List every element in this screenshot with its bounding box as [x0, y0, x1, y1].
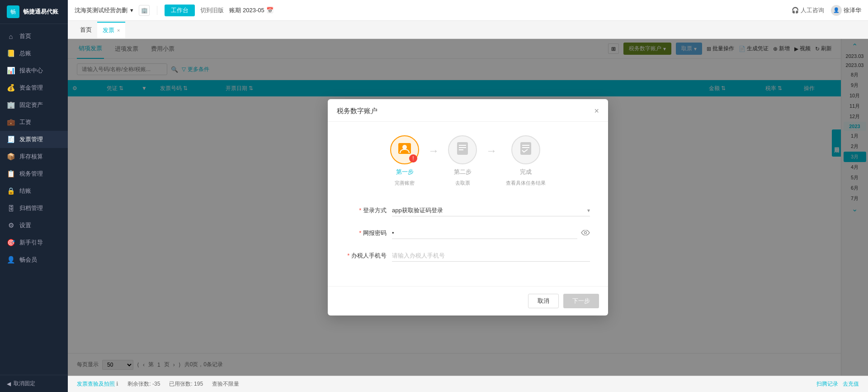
- tab-close-icon[interactable]: ×: [117, 28, 120, 33]
- sidebar-item-label: 工资: [19, 118, 31, 126]
- cancel-button[interactable]: 取消: [528, 294, 559, 308]
- sidebar-item-ledger[interactable]: 📒 总账: [0, 45, 68, 62]
- sidebar-item-salary[interactable]: 💼 工资: [0, 114, 68, 131]
- login-method-select[interactable]: app获取验证码登录: [392, 205, 590, 216]
- step-3: 完成 查看具体任务结果: [506, 135, 546, 186]
- phone-control: [392, 250, 590, 262]
- user-menu[interactable]: 👤 徐泽华: [831, 5, 861, 16]
- sidebar-item-label: 总账: [19, 49, 31, 57]
- phone-label: * 办税人手机号: [346, 252, 387, 260]
- sidebar-item-invoice[interactable]: 🧾 发票管理: [0, 131, 68, 148]
- bottom-bar: 发票查验及拍照 ℹ 剩余张数: -35 已用张数: 195 查验不限量 扫腾记录…: [68, 376, 868, 392]
- used-count: 已用张数: 195: [169, 380, 203, 388]
- archive-icon: 🗄: [7, 205, 15, 212]
- modal-body: ! 第一步 完善账密 →: [328, 122, 608, 286]
- next-button[interactable]: 下一步: [563, 294, 599, 308]
- step-arrow-1: →: [428, 144, 439, 157]
- step-2-icon: [454, 140, 471, 160]
- sidebar-logo: 畅 畅捷通易代账: [0, 0, 68, 24]
- company-icon-btn[interactable]: 🏢: [139, 5, 150, 16]
- tab-invoice[interactable]: 发票 ×: [97, 22, 125, 38]
- headset-icon: 🎧: [792, 7, 799, 14]
- password-input[interactable]: [392, 227, 577, 239]
- svg-rect-8: [522, 147, 529, 148]
- sidebar-item-fixed[interactable]: 🏢 固定资产: [0, 96, 68, 114]
- step-1-label: 第一步: [396, 168, 414, 176]
- main-content: 沈海英测试经营勿删 ▾ 🏢 工作台 切到旧版 账期 2023-05 📅 🎧 人工…: [68, 0, 868, 392]
- sidebar-item-member[interactable]: 👤 畅会员: [0, 251, 68, 268]
- switch-version-button[interactable]: 切到旧版: [200, 6, 224, 14]
- divider: [157, 6, 157, 15]
- invoice-icon: 🧾: [7, 135, 15, 143]
- password-label: * 网报密码: [346, 229, 387, 237]
- sidebar-item-archive[interactable]: 🗄 归档管理: [0, 200, 68, 217]
- sidebar-item-funds[interactable]: 💰 资金管理: [0, 79, 68, 96]
- svg-rect-2: [457, 142, 468, 155]
- sidebar-item-label: 归档管理: [19, 204, 43, 212]
- sidebar-item-settings[interactable]: ⚙ 设置: [0, 217, 68, 234]
- svg-rect-4: [459, 147, 466, 148]
- reports-icon: 📊: [7, 67, 15, 75]
- sidebar-item-label: 结账: [19, 187, 31, 195]
- remaining-count: 剩余张数: -35: [127, 380, 160, 388]
- sidebar-item-label: 税务管理: [19, 170, 43, 178]
- logo-icon: 畅: [7, 5, 19, 18]
- inventory-icon: 📦: [7, 153, 15, 161]
- sidebar-unpin[interactable]: ◀ 取消固定: [0, 375, 68, 392]
- step-1-desc: 完善账密: [395, 180, 415, 186]
- sidebar-item-label: 新手引导: [19, 239, 43, 247]
- modal-footer: 取消 下一步: [328, 286, 608, 316]
- calendar-icon[interactable]: 📅: [266, 7, 274, 14]
- service-button[interactable]: 🎧 人工咨询: [792, 6, 824, 14]
- bottom-links: 扫腾记录 去充值: [816, 380, 859, 388]
- password-toggle-icon[interactable]: [577, 229, 590, 237]
- svg-rect-6: [520, 142, 531, 155]
- settings-icon: ⚙: [7, 221, 15, 229]
- login-method-label: * 登录方式: [346, 206, 387, 215]
- company-name: 沈海英测试经营勿删: [75, 6, 127, 14]
- info-icon: ℹ: [116, 381, 118, 387]
- recharge-link[interactable]: 去充值: [843, 380, 859, 388]
- topbar: 沈海英测试经营勿删 ▾ 🏢 工作台 切到旧版 账期 2023-05 📅 🎧 人工…: [68, 0, 868, 21]
- step-2-label: 第二步: [454, 168, 472, 176]
- sidebar-item-closing[interactable]: 🔒 结账: [0, 182, 68, 200]
- tab-home[interactable]: 首页: [75, 22, 97, 38]
- member-icon: 👤: [7, 256, 15, 264]
- salary-icon: 💼: [7, 118, 15, 126]
- modal-close-button[interactable]: ×: [594, 106, 599, 116]
- sidebar-item-reports[interactable]: 📊 报表中心: [0, 62, 68, 79]
- step-2-icon-wrap: [448, 135, 477, 164]
- tax-icon: 📋: [7, 170, 15, 178]
- tabbar: 首页 发票 ×: [68, 21, 868, 39]
- sidebar-item-tax[interactable]: 📋 税务管理: [0, 165, 68, 182]
- check-link[interactable]: 发票查验及拍照: [77, 381, 115, 387]
- scan-records-link[interactable]: 扫腾记录: [816, 380, 838, 388]
- modal-title: 税务数字账户: [337, 107, 377, 115]
- avatar-icon: 👤: [833, 7, 840, 13]
- ledger-icon: 📒: [7, 49, 15, 57]
- check-label: 发票查验及拍照 ℹ: [77, 380, 118, 388]
- step-3-icon-wrap: [511, 135, 540, 164]
- fixed-icon: 🏢: [7, 101, 15, 109]
- sidebar-item-inventory[interactable]: 📦 库存核算: [0, 148, 68, 165]
- funds-icon: 💰: [7, 84, 15, 92]
- unpin-icon: ◀: [7, 381, 11, 387]
- modal-overlay: 税务数字账户 ×: [68, 39, 868, 376]
- step-1: ! 第一步 完善账密: [390, 135, 419, 186]
- query-unlimited: 查验不限量: [212, 380, 239, 388]
- step-2: 第二步 去取票: [448, 135, 477, 186]
- step-3-label: 完成: [520, 168, 532, 176]
- step-arrow-2: →: [486, 144, 497, 157]
- guide-icon: 🎯: [7, 239, 15, 247]
- phone-input[interactable]: [392, 250, 590, 262]
- page-content-area: 销项发票 进项发票 费用小票 ⊞: [68, 39, 868, 376]
- svg-rect-5: [459, 149, 463, 150]
- wizard-steps: ! 第一步 完善账密 →: [346, 135, 590, 186]
- sidebar-item-home[interactable]: ⌂ 首页: [0, 28, 68, 45]
- step-3-desc: 查看具体任务结果: [506, 180, 546, 186]
- form-row-password: * 网报密码: [346, 227, 590, 239]
- company-selector[interactable]: 沈海英测试经营勿删 ▾: [75, 6, 133, 14]
- workspace-button[interactable]: 工作台: [165, 5, 195, 16]
- form-row-login-method: * 登录方式 app获取验证码登录 ▾: [346, 205, 590, 216]
- sidebar-item-guide[interactable]: 🎯 新手引导: [0, 234, 68, 251]
